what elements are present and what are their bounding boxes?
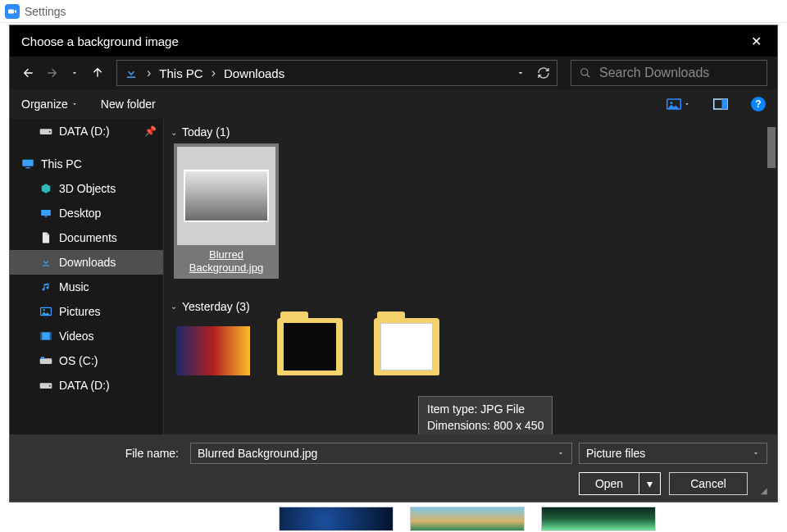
thumbnail-image (177, 147, 275, 245)
refresh-button[interactable] (537, 66, 550, 80)
file-thumb[interactable] (174, 326, 252, 375)
svg-point-12 (43, 309, 45, 311)
zoom-settings-titlebar: Settings (0, 0, 787, 23)
pictures-icon (39, 305, 52, 318)
pin-icon: 📌 (144, 125, 157, 137)
breadcrumb-downloads[interactable]: Downloads (224, 66, 284, 80)
address-bar[interactable]: › This PC › Downloads (116, 60, 557, 86)
nav-row: › This PC › Downloads Search Downloads (10, 57, 777, 89)
svg-rect-9 (41, 210, 51, 216)
tree-item-pictures[interactable]: Pictures (10, 299, 163, 324)
drive-icon (39, 354, 52, 367)
filename-label: File name: (20, 447, 184, 460)
zoom-bg-thumb[interactable] (279, 507, 394, 531)
file-open-dialog: Choose a background image ✕ › This PC › … (9, 25, 778, 502)
svg-rect-7 (22, 160, 33, 166)
tree-item-this-pc[interactable]: This PC (10, 152, 163, 176)
cancel-button[interactable]: Cancel (669, 472, 748, 495)
drive-icon (39, 379, 52, 392)
music-icon (39, 280, 52, 293)
tree-item-documents[interactable]: Documents (10, 225, 163, 250)
group-header-today[interactable]: ⌄ Today (1) (164, 119, 777, 143)
downloads-icon (39, 256, 52, 269)
file-thumb[interactable] (271, 318, 349, 375)
svg-rect-13 (41, 332, 52, 339)
zoom-bg-strip (279, 507, 656, 531)
scrollbar-thumb[interactable] (767, 127, 776, 168)
svg-point-2 (671, 102, 673, 104)
open-button[interactable]: Open (579, 472, 639, 495)
svg-rect-8 (25, 167, 30, 168)
svg-rect-16 (40, 358, 52, 364)
close-button[interactable]: ✕ (746, 34, 766, 49)
svg-point-19 (49, 385, 51, 387)
breadcrumb-separator: › (212, 66, 216, 80)
tree-item-3d-objects[interactable]: 3D Objects (10, 176, 163, 201)
dialog-title: Choose a background image (21, 34, 179, 48)
svg-rect-4 (722, 99, 728, 109)
tree-item-desktop[interactable]: Desktop (10, 201, 163, 225)
tree-item-os-c[interactable]: OS (C:) (10, 348, 163, 373)
cube-icon (39, 182, 52, 195)
svg-rect-15 (50, 332, 52, 339)
chevron-down-icon (557, 449, 565, 457)
toolbar: Organize New folder ? (10, 89, 777, 119)
dialog-titlebar: Choose a background image ✕ (10, 25, 777, 57)
svg-point-6 (49, 131, 51, 133)
desktop-icon (39, 207, 52, 220)
tree-item-data-d-drive[interactable]: DATA (D:) (10, 373, 163, 398)
svg-point-0 (581, 69, 588, 75)
group-header-yesterday[interactable]: ⌄ Yesterday (3) (164, 293, 777, 318)
tree-item-data-d[interactable]: DATA (D:)📌 (10, 119, 163, 143)
breadcrumb-this-pc[interactable]: This PC (159, 66, 202, 80)
chevron-down-icon: ⌄ (171, 128, 177, 137)
tree-item-downloads[interactable]: Downloads (10, 250, 163, 275)
tree-item-music[interactable]: Music (10, 275, 163, 299)
organize-menu[interactable]: Organize (21, 98, 78, 111)
nav-tree: DATA (D:)📌 This PC 3D Objects Desktop Do… (10, 119, 164, 434)
file-caption: Blurred Background.jpg (177, 248, 275, 275)
search-placeholder: Search Downloads (599, 66, 709, 80)
zoom-bg-thumb[interactable] (410, 507, 525, 531)
zoom-app-icon (5, 4, 20, 19)
drive-icon (39, 125, 52, 138)
pc-icon (21, 157, 34, 171)
filename-input[interactable]: Blurred Background.jpg (190, 443, 572, 464)
breadcrumb-separator: › (147, 66, 151, 80)
svg-rect-10 (44, 216, 48, 217)
svg-rect-17 (41, 357, 44, 359)
downloads-icon (124, 66, 139, 80)
zoom-settings-title: Settings (25, 5, 66, 18)
address-dropdown[interactable] (516, 68, 525, 78)
zoom-bg-thumb[interactable] (541, 507, 656, 531)
resize-grip[interactable]: ◢ (761, 486, 767, 495)
chevron-down-icon (752, 449, 760, 457)
nav-up-button[interactable] (89, 64, 107, 82)
dialog-footer: File name: Blurred Background.jpg Pictur… (10, 434, 777, 502)
filetype-select[interactable]: Picture files (579, 443, 767, 464)
nav-back-button[interactable] (20, 64, 38, 82)
new-folder-button[interactable]: New folder (101, 98, 156, 111)
tree-item-videos[interactable]: Videos (10, 324, 163, 348)
chevron-down-icon: ⌄ (171, 302, 177, 311)
file-thumb-blurred-background[interactable]: Blurred Background.jpg (174, 143, 279, 279)
file-list[interactable]: ⌄ Today (1) Blurred Background.jpg ⌄ Yes… (164, 119, 777, 434)
nav-recent-dropdown[interactable] (66, 64, 84, 82)
videos-icon (39, 330, 52, 343)
help-button[interactable]: ? (751, 97, 766, 111)
document-icon (39, 231, 52, 244)
search-box[interactable]: Search Downloads (571, 60, 767, 86)
file-thumb[interactable] (367, 318, 446, 375)
view-mode-picture[interactable] (666, 98, 690, 110)
svg-rect-14 (41, 332, 43, 339)
preview-pane-toggle[interactable] (713, 98, 728, 110)
file-tooltip: Item type: JPG File Dimensions: 800 x 45… (418, 396, 553, 434)
open-dropdown[interactable]: ▾ (639, 472, 661, 495)
nav-forward-button[interactable] (43, 64, 61, 82)
search-icon (580, 67, 591, 79)
